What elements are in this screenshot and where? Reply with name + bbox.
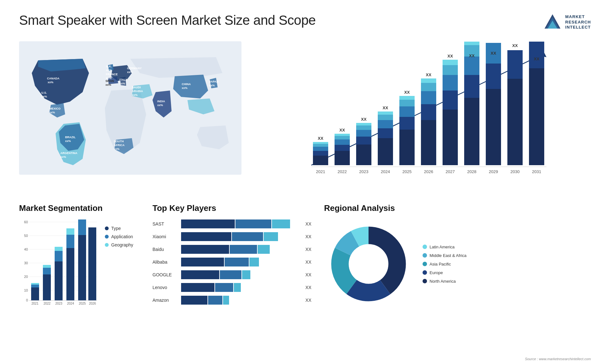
logo-text: MARKET RESEARCH INTELLECT [565, 14, 591, 30]
player-xiaomi-bar [181, 232, 301, 241]
svg-text:2024: 2024 [381, 169, 390, 174]
geo-dot [105, 243, 109, 247]
svg-rect-22 [356, 123, 371, 125]
germany-label: GERMANY [127, 67, 142, 70]
svg-text:2025: 2025 [403, 169, 412, 174]
svg-rect-62 [529, 42, 544, 68]
svg-rect-93 [43, 274, 51, 300]
player-xiaomi-name: Xiaomi [152, 234, 178, 239]
segmentation-title: Market Segmentation [19, 203, 140, 213]
svg-text:XX: XX [491, 51, 496, 56]
svg-rect-24 [378, 138, 393, 165]
svg-rect-31 [399, 117, 415, 130]
player-baidu: Baidu XX [152, 245, 311, 254]
svg-rect-94 [43, 268, 51, 274]
svg-rect-39 [421, 83, 436, 91]
svg-rect-103 [78, 219, 86, 235]
svg-rect-26 [378, 120, 393, 128]
france-label: FRANCE [106, 73, 118, 76]
regional-chart: Latin America Middle East & Africa Asia … [324, 219, 591, 308]
players-list: SAST XX Xiaomi XX [152, 219, 311, 305]
seg-legend-type: Type [105, 226, 133, 231]
svg-rect-21 [356, 125, 371, 130]
argentina-label: ARGENTINA [60, 152, 78, 155]
top-section: CANADA xx% U.S. xx% MEXICO xx% BRAZIL xx… [19, 41, 591, 191]
regional-legend: Latin America Middle East & Africa Asia … [423, 245, 466, 284]
player-google: GOOGLE XX [152, 270, 311, 279]
saudi-value: xx% [132, 93, 138, 97]
svg-rect-49 [464, 75, 479, 98]
svg-rect-96 [55, 261, 63, 300]
player-baidu-name: Baidu [152, 247, 178, 252]
player-baidu-value: XX [305, 247, 311, 252]
logo-icon [543, 13, 562, 32]
svg-rect-45 [443, 65, 458, 75]
svg-rect-99 [66, 248, 74, 300]
germany-value: xx% [127, 71, 133, 74]
player-amazon-bar [181, 296, 301, 305]
svg-rect-37 [421, 104, 436, 120]
seg-legend-app: Application [105, 234, 133, 239]
segmentation-chart: 60 50 40 30 20 10 0 [19, 219, 98, 305]
map-container: CANADA xx% U.S. xx% MEXICO xx% BRAZIL xx… [19, 41, 241, 191]
player-google-name: GOOGLE [152, 272, 178, 277]
seg-legend: Type Application Geography [105, 226, 133, 247]
svg-text:XX: XX [339, 128, 345, 132]
india-value: xx% [157, 104, 163, 107]
safrica-value: xx% [114, 147, 119, 151]
svg-text:2023: 2023 [359, 169, 369, 174]
legend-asia: Asia Pacific [423, 262, 466, 266]
player-sast-bar [181, 219, 301, 228]
donut-chart [324, 219, 413, 308]
player-alibaba-bar [181, 258, 301, 266]
svg-text:XX: XX [361, 117, 367, 122]
svg-rect-36 [421, 120, 436, 165]
player-alibaba-value: XX [305, 260, 311, 265]
legend-latin: Latin America [423, 245, 466, 249]
brazil-label: BRAZIL [65, 136, 76, 139]
svg-text:2030: 2030 [511, 169, 520, 174]
svg-rect-44 [443, 75, 458, 91]
player-sast-value: XX [305, 221, 311, 226]
svg-text:0: 0 [26, 298, 28, 302]
bottom-section: Market Segmentation 60 50 40 30 20 10 0 [19, 203, 591, 324]
saudi-label2: ARABIA [132, 90, 143, 93]
legend-mideast: Middle East & Africa [423, 253, 466, 258]
us-value: xx% [41, 95, 47, 98]
svg-rect-52 [464, 42, 479, 45]
svg-text:XX: XX [383, 105, 388, 110]
svg-rect-14 [335, 139, 350, 145]
canada-value: xx% [48, 81, 53, 84]
italy-label: ITALY [119, 78, 127, 81]
italy-value: xx% [119, 82, 125, 85]
legend-northamerica: North America [423, 279, 466, 284]
svg-rect-101 [66, 228, 74, 235]
canada-label: CANADA [47, 77, 59, 80]
svg-rect-48 [464, 98, 479, 165]
svg-rect-33 [399, 100, 415, 106]
app-dot [105, 235, 109, 239]
uk-value: xx% [106, 69, 112, 72]
svg-rect-6 [313, 156, 328, 165]
svg-text:XX: XX [426, 72, 431, 77]
player-google-bar [181, 270, 301, 279]
player-lenovo-bar [181, 283, 301, 292]
player-sast: SAST XX [152, 219, 311, 228]
china-value: xx% [182, 86, 187, 90]
source-text: Source : www.marketresearchintellect.com [525, 357, 591, 361]
europe-dot [423, 270, 427, 275]
svg-text:2022: 2022 [44, 302, 51, 305]
svg-rect-30 [399, 130, 415, 165]
svg-rect-8 [313, 147, 328, 151]
svg-text:2029: 2029 [489, 169, 498, 174]
svg-rect-55 [486, 64, 501, 89]
page-container: Smart Speaker with Screen Market Size an… [0, 0, 610, 364]
player-alibaba: Alibaba XX [152, 258, 311, 266]
page-title: Smart Speaker with Screen Market Size an… [19, 13, 316, 28]
northamerica-dot [423, 279, 427, 283]
key-players-title: Top Key Players [152, 203, 311, 213]
svg-text:40: 40 [24, 247, 28, 251]
regional-container: Regional Analysis [324, 203, 591, 324]
svg-rect-98 [55, 247, 63, 251]
svg-rect-61 [529, 68, 544, 165]
